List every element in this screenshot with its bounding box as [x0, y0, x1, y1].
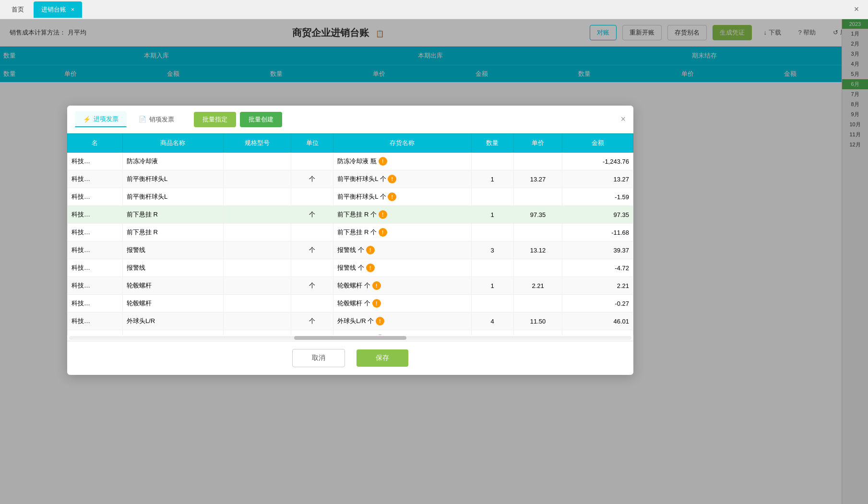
cell-product: 轮毂螺杆 [122, 295, 223, 312]
cell-qty: 4 [471, 312, 513, 330]
warning-icon: ! [379, 228, 387, 237]
cell-spec [223, 241, 291, 259]
cell-qty [471, 188, 513, 206]
table-row: 科技… 前平衡杆球头L 前平衡杆球头L 个 ! -1.59 [68, 188, 633, 206]
cell-amount: -0.27 [562, 295, 633, 312]
cell-product: 外球头L/R [122, 312, 223, 330]
btn-batch-create[interactable]: 批量创建 [240, 112, 282, 127]
cell-unit: 个 [291, 277, 333, 295]
dialog-actions: 批量指定 批量创建 [194, 112, 282, 127]
cell-qty: 1 [471, 170, 513, 188]
btn-batch-assign[interactable]: 批量指定 [194, 112, 236, 127]
table-row: 科技… 报警线 报警线 个 ! -4.72 [68, 259, 633, 277]
table-row: 科技… 防冻冷却液 防冻冷却液 瓶 ! -1,243.76 [68, 153, 633, 170]
cell-name: 科技… [68, 206, 123, 224]
cell-unit [291, 224, 333, 241]
cell-spec [223, 170, 291, 188]
cell-stock: 外球头L/R 个 ! [333, 330, 471, 336]
cell-qty [471, 259, 513, 277]
cell-qty [471, 153, 513, 170]
dialog-tab-sales[interactable]: 📄 销项发票 [131, 112, 182, 127]
col-header-product: 商品名称 [122, 134, 223, 153]
warning-icon: ! [366, 264, 375, 272]
cell-name: 科技… [68, 153, 123, 170]
cell-product: 报警线 [122, 241, 223, 259]
cell-price: 11.50 [513, 312, 562, 330]
cell-spec [223, 206, 291, 224]
window-close-button[interactable]: × [849, 2, 864, 17]
cell-amount: 39.37 [562, 241, 633, 259]
table-row: 科技… 报警线 个 报警线 个 ! 3 13.12 39.37 [68, 241, 633, 259]
cell-unit [291, 295, 333, 312]
cell-stock: 外球头L/R 个 ! [333, 312, 471, 330]
tab-active[interactable]: 进销台账 × [34, 1, 82, 18]
cell-spec [223, 295, 291, 312]
cell-unit [291, 330, 333, 336]
cell-product: 前平衡杆球头L [122, 188, 223, 206]
warning-icon: ! [372, 281, 381, 290]
warning-icon: ! [388, 192, 396, 201]
warning-icon: ! [372, 299, 381, 308]
tab-home[interactable]: 首页 [4, 1, 32, 18]
cell-name: 科技… [68, 277, 123, 295]
table-row: 科技… 轮毂螺杆 个 轮毂螺杆 个 ! 1 2.21 2.21 [68, 277, 633, 295]
dialog-footer: 取消 保存 [67, 341, 633, 375]
cell-product: 前平衡杆球头L [122, 170, 223, 188]
col-header-stock: 存货名称 [333, 134, 471, 153]
dialog-body: 名 商品名称 规格型号 单位 存货名称 数量 单价 金额 科技… 防冻冷却液 防… [67, 133, 633, 335]
cell-price: 2.21 [513, 277, 562, 295]
cell-stock: 轮毂螺杆 个 ! [333, 277, 471, 295]
sales-tab-icon: 📄 [139, 116, 146, 123]
cell-qty: 1 [471, 277, 513, 295]
warning-icon: ! [388, 175, 396, 183]
main-area: 销售成本计算方法： 月平均 商贸企业进销台账 📋 对账 重新开账 存货别名 生成… [0, 19, 868, 504]
cell-product: 前下悬挂 R [122, 206, 223, 224]
col-header-amount: 金额 [562, 134, 633, 153]
cell-spec [223, 330, 291, 336]
cell-price [513, 295, 562, 312]
col-header-qty: 数量 [471, 134, 513, 153]
cell-amount: -11.68 [562, 224, 633, 241]
cell-stock: 报警线 个 ! [333, 259, 471, 277]
tab-close-icon[interactable]: × [71, 6, 75, 13]
cell-unit [291, 188, 333, 206]
dialog: ⚡ 进项发票 📄 销项发票 批量指定 批量创建 × 名 商品名称 规格型号 [67, 106, 633, 375]
cell-stock: 报警线 个 ! [333, 241, 471, 259]
cell-name: 科技… [68, 295, 123, 312]
dialog-tab-income[interactable]: ⚡ 进项发票 [75, 111, 127, 127]
cell-name: 科技… [68, 224, 123, 241]
cell-qty [471, 295, 513, 312]
scrollbar-thumb[interactable] [294, 336, 406, 340]
cell-stock: 前平衡杆球头L 个 ! [333, 188, 471, 206]
warning-icon: ! [379, 210, 387, 219]
cell-unit [291, 153, 333, 170]
cell-product: 报警线 [122, 259, 223, 277]
top-tab-bar: 首页 进销台账 × × [0, 0, 868, 19]
table-row: 科技… 前下悬挂 R 个 前下悬挂 R 个 ! 1 97.35 97.35 [68, 206, 633, 224]
warning-icon: ! [376, 317, 384, 325]
cell-unit [291, 259, 333, 277]
cell-product: 前下悬挂 R [122, 224, 223, 241]
cell-price: 13.12 [513, 241, 562, 259]
cell-amount: -1.59 [562, 188, 633, 206]
cell-spec [223, 277, 291, 295]
cell-name: 科技… [68, 312, 123, 330]
cell-qty [471, 224, 513, 241]
cell-name: 科技… [68, 188, 123, 206]
btn-cancel[interactable]: 取消 [292, 349, 345, 367]
warning-icon: ! [376, 335, 384, 335]
cell-price [513, 330, 562, 336]
cell-price [513, 259, 562, 277]
dialog-close-icon[interactable]: × [620, 114, 626, 124]
cell-price [513, 188, 562, 206]
cell-spec [223, 259, 291, 277]
horizontal-scrollbar[interactable] [69, 336, 631, 340]
btn-save[interactable]: 保存 [357, 349, 408, 367]
cell-name: 科技… [68, 170, 123, 188]
cell-amount: -4.72 [562, 259, 633, 277]
cell-unit: 个 [291, 170, 333, 188]
cell-qty [471, 330, 513, 336]
cell-spec [223, 224, 291, 241]
cell-spec [223, 153, 291, 170]
income-tab-icon: ⚡ [83, 116, 91, 123]
